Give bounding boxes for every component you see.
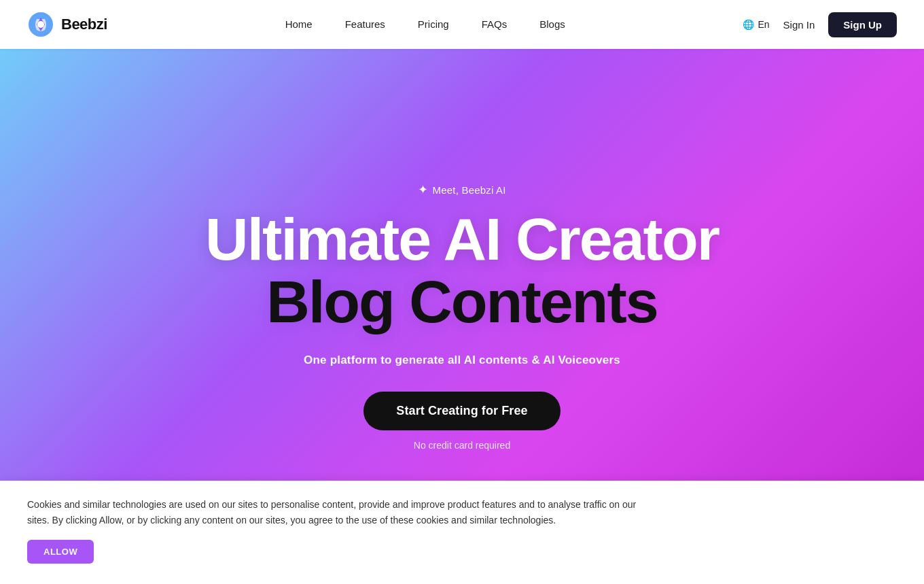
cta-button[interactable]: Start Creating for Free [363,392,560,430]
signin-button[interactable]: Sign In [783,19,815,31]
lang-label: En [758,19,769,30]
cookie-text: Cookies and similar technologies are use… [27,497,639,528]
meet-badge-text: Meet, Beebzi AI [433,184,506,196]
hero-title-line2: Blog Contents [266,272,657,332]
svg-point-1 [37,21,44,28]
signup-button[interactable]: Sign Up [828,12,897,37]
navbar: Beebzi Home Features Pricing FAQs Blogs … [0,0,924,49]
nav-item-faqs[interactable]: FAQs [482,18,508,31]
logo-icon [27,11,54,38]
allow-button[interactable]: ALLOW [27,540,94,564]
logo-text: Beebzi [61,16,107,33]
cookie-banner: Cookies and similar technologies are use… [0,481,924,584]
language-button[interactable]: 🌐 En [743,19,769,30]
nav-item-features[interactable]: Features [345,18,385,31]
nav-item-blogs[interactable]: Blogs [539,18,565,31]
no-card-text: No credit card required [414,440,510,451]
sparkle-icon: ✦ [418,182,428,197]
nav-item-pricing[interactable]: Pricing [418,18,449,31]
globe-icon: 🌐 [743,19,754,30]
hero-title-line1: Ultimate AI Creator [205,209,719,269]
nav-item-home[interactable]: Home [285,18,313,31]
meet-badge: ✦ Meet, Beebzi AI [418,182,505,197]
nav-links: Home Features Pricing FAQs Blogs [285,18,565,31]
logo[interactable]: Beebzi [27,11,107,38]
hero-subtitle: One platform to generate all AI contents… [304,354,620,367]
hero-content: ✦ Meet, Beebzi AI Ultimate AI Creator Bl… [192,182,732,451]
nav-right: 🌐 En Sign In Sign Up [743,12,897,37]
